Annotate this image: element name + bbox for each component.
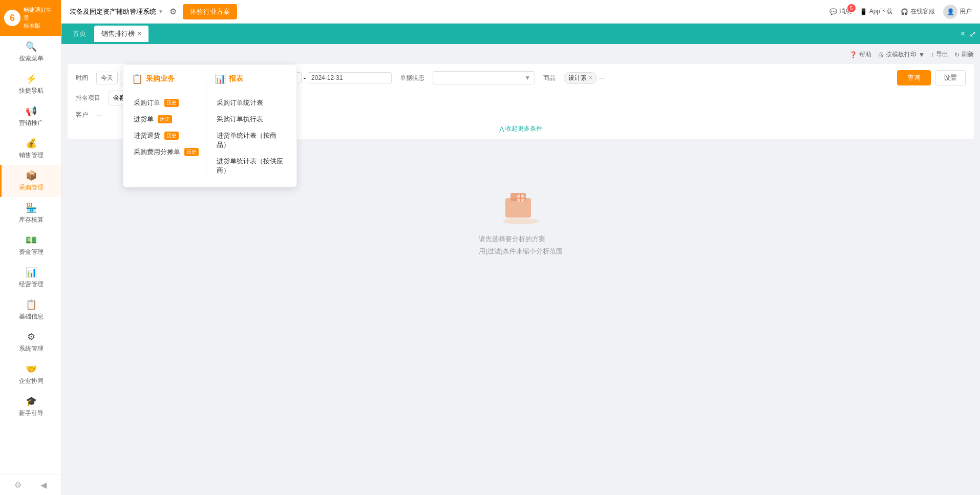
purchase-business-col: 📋 采购业务 采购订单 历史进货单 历史进货退货 历史采购费用分摊单 历史	[132, 73, 206, 179]
dropdown-item-order-exec[interactable]: 采购订单执行表	[215, 111, 289, 127]
history-badge-purchase-return: 历史	[164, 132, 179, 140]
sales-icon: 💰	[26, 138, 37, 149]
avatar: 👤	[943, 5, 957, 19]
tab-close-icon[interactable]: ×	[138, 30, 141, 37]
sidebar-item-label-search: 搜索菜单	[19, 54, 44, 63]
sidebar-item-label-basic-info: 基础信息	[19, 312, 44, 321]
system-title: 装备及固定资产辅助管理系统	[70, 7, 156, 16]
sidebar-item-basic-info[interactable]: 📋 基础信息	[0, 294, 61, 326]
industry-solution-button[interactable]: 体验行业方案	[183, 4, 237, 19]
sidebar-item-enterprise[interactable]: 🤝 企业协同	[0, 358, 61, 391]
sidebar-item-label-guide: 新手引导	[19, 409, 44, 418]
order-stat-label: 采购订单统计表	[217, 98, 263, 107]
tab-sales-rank[interactable]: 销售排行榜 ×	[94, 26, 148, 42]
system-icon: ⚙	[27, 331, 35, 342]
logo-icon: 6	[4, 10, 20, 26]
purchase-order-label: 采购订单	[134, 98, 160, 107]
sidebar-item-sales[interactable]: 💰 销售管理	[0, 133, 61, 165]
purchase-return-label: 进货退货	[134, 131, 160, 140]
main-area: 装备及固定资产辅助管理系统 ▼ ⚙ 体验行业方案 💬 消息 5 📱 App下载 …	[61, 0, 980, 495]
logo-text: 畅捷通好生意 标准版	[24, 6, 57, 30]
sidebar-item-label-purchase: 采购管理	[19, 183, 44, 192]
basic-info-icon: 📋	[26, 299, 37, 310]
sidebar-item-purchase[interactable]: 📦 采购管理	[0, 165, 61, 197]
sidebar-item-label-finance: 资金管理	[19, 248, 44, 256]
inventory-icon: 🏪	[26, 202, 37, 213]
history-badge-purchase-order: 历史	[164, 99, 179, 107]
phone-icon: 📱	[860, 8, 867, 15]
sidebar-item-label-sales: 销售管理	[19, 151, 44, 160]
topbar: 装备及固定资产辅助管理系统 ▼ ⚙ 体验行业方案 💬 消息 5 📱 App下载 …	[61, 0, 980, 24]
sidebar-nav: 🔍 搜索菜单⚡ 快捷导航📢 营销推广💰 销售管理📦 采购管理🏪 库存核算💵 资金…	[0, 36, 61, 475]
sidebar-item-label-inventory: 库存核算	[19, 216, 44, 224]
purchase-business-items: 采购订单 历史进货单 历史进货退货 历史采购费用分摊单 历史	[132, 95, 206, 160]
reports-title: 📊 报表	[215, 73, 289, 89]
sidebar-item-operations[interactable]: 📊 经营管理	[0, 262, 61, 294]
purchase-expense-label: 采购费用分摊单	[134, 147, 180, 157]
tab-home[interactable]: 首页	[66, 26, 93, 42]
sidebar-logo: 6 畅捷通好生意 标准版	[0, 0, 61, 36]
reports-items: 采购订单统计表采购订单执行表进货单统计表（按商品）进货单统计表（按供应商）	[215, 95, 289, 179]
purchase-business-title: 📋 采购业务	[132, 73, 206, 89]
sidebar-item-search[interactable]: 🔍 搜索菜单	[0, 36, 61, 68]
purchase-icon: 📦	[26, 170, 37, 181]
sidebar-item-label-system: 系统管理	[19, 345, 44, 353]
sidebar-item-label-quick-nav: 快捷导航	[19, 87, 44, 95]
sidebar-item-quick-nav[interactable]: ⚡ 快捷导航	[0, 68, 61, 100]
marketing-icon: 📢	[26, 105, 37, 117]
dropdown-item-purchase-return[interactable]: 进货退货 历史	[132, 127, 206, 144]
sidebar: 6 畅捷通好生意 标准版 🔍 搜索菜单⚡ 快捷导航📢 营销推广💰 销售管理📦 采…	[0, 0, 61, 495]
order-exec-label: 采购订单执行表	[217, 115, 263, 124]
dropdown-item-purchase-expense[interactable]: 采购费用分摊单 历史	[132, 144, 206, 160]
dropdown-item-purchase-order[interactable]: 采购订单 历史	[132, 95, 206, 111]
dropdown-item-purchase-in[interactable]: 进货单 历史	[132, 111, 206, 127]
notification-badge: 5	[847, 4, 856, 12]
system-title-dropdown[interactable]: 装备及固定资产辅助管理系统 ▼	[70, 7, 163, 16]
dropdown-arrow-icon: ▼	[158, 9, 163, 14]
finance-icon: 💵	[26, 234, 37, 246]
sidebar-item-system[interactable]: ⚙ 系统管理	[0, 326, 61, 358]
sidebar-settings-btn[interactable]: ⚙	[14, 480, 22, 490]
in-stat-supplier-label: 进货单统计表（按供应商）	[217, 157, 287, 175]
purchase-in-label: 进货单	[134, 115, 154, 124]
in-stat-goods-label: 进货单统计表（按商品）	[217, 131, 287, 149]
sidebar-item-label-enterprise: 企业协同	[19, 377, 44, 385]
dropdown-item-order-stat[interactable]: 采购订单统计表	[215, 95, 289, 111]
tabbar-close-icon[interactable]: ×	[961, 29, 965, 38]
operations-icon: 📊	[26, 267, 37, 278]
sidebar-item-guide[interactable]: 🎓 新手引导	[0, 391, 61, 423]
history-badge-purchase-expense: 历史	[184, 148, 199, 156]
headset-icon: 🎧	[901, 8, 908, 15]
quick-nav-icon: ⚡	[26, 73, 37, 84]
reports-col: 📊 报表 采购订单统计表采购订单执行表进货单统计表（按商品）进货单统计表（按供应…	[206, 73, 289, 179]
sidebar-item-finance[interactable]: 💵 资金管理	[0, 229, 61, 262]
topbar-right: 💬 消息 5 📱 App下载 🎧 在线客服 👤 用户	[829, 5, 972, 19]
sidebar-item-inventory[interactable]: 🏪 库存核算	[0, 197, 61, 229]
user-item[interactable]: 👤 用户	[943, 5, 972, 19]
purchase-business-icon: 📋	[132, 73, 143, 84]
tabbar: 首页 销售排行榜 × × ⤢	[61, 24, 980, 44]
guide-icon: 🎓	[26, 396, 37, 407]
topbar-settings-icon[interactable]: ⚙	[169, 7, 177, 16]
search-icon: 🔍	[26, 41, 37, 52]
enterprise-icon: 🤝	[26, 363, 37, 375]
dropdown-item-in-stat-supplier[interactable]: 进货单统计表（按供应商）	[215, 153, 289, 179]
history-badge-purchase-in: 历史	[158, 115, 172, 123]
tabbar-actions: × ⤢	[961, 29, 976, 39]
notification-item[interactable]: 💬 消息 5	[829, 7, 851, 16]
notification-icon: 💬	[829, 8, 837, 15]
sidebar-bottom: ⚙ ◀	[0, 475, 61, 495]
content-area: 📋 采购业务 采购订单 历史进货单 历史进货退货 历史采购费用分摊单 历史 📊 …	[61, 44, 980, 495]
reports-icon: 📊	[215, 73, 226, 84]
app-download-item[interactable]: 📱 App下载	[860, 7, 892, 16]
sidebar-item-label-operations: 经营管理	[19, 280, 44, 289]
tabbar-expand-icon[interactable]: ⤢	[969, 29, 976, 39]
sidebar-item-marketing[interactable]: 📢 营销推广	[0, 100, 61, 133]
dropdown-item-in-stat-goods[interactable]: 进货单统计表（按商品）	[215, 127, 289, 153]
sidebar-collapse-btn[interactable]: ◀	[40, 480, 47, 490]
purchase-dropdown-menu: 📋 采购业务 采购订单 历史进货单 历史进货退货 历史采购费用分摊单 历史 📊 …	[123, 64, 297, 187]
sidebar-item-label-marketing: 营销推广	[19, 119, 44, 127]
online-service-item[interactable]: 🎧 在线客服	[901, 7, 935, 16]
